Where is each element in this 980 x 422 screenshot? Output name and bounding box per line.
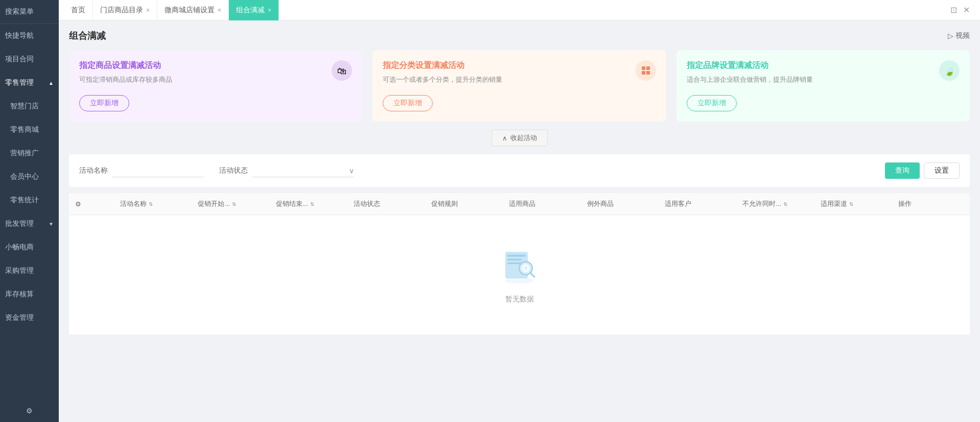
th-applicable-customer: 适用客户	[659, 199, 736, 208]
sidebar-item-purchase-mgmt[interactable]: 采购管理	[0, 259, 59, 283]
sidebar: 搜索菜单 快捷导航 项目合同 零售管理 ▲ 智慧门店 零售商城 营销推广 会员中…	[0, 0, 59, 422]
sidebar-item-label: 批发管理	[5, 219, 34, 228]
tab-home[interactable]: 首页	[64, 0, 93, 20]
empty-state: ? 暂无数据	[69, 215, 970, 335]
tab-wechat-shop-close[interactable]: ×	[218, 7, 221, 14]
gear-icon: ⚙	[26, 407, 33, 415]
category-card-add-btn[interactable]: 立即新增	[383, 95, 433, 111]
product-card-add-btn[interactable]: 立即新增	[79, 95, 129, 111]
category-activity-card: 指定分类设置满减活动 可选一个或者多个分类，提升分类的销量 立即新增	[372, 50, 666, 122]
chevron-up-icon: ▲	[49, 80, 54, 86]
svg-rect-5	[642, 71, 645, 75]
content-area: 组合满减 ▷ 视频 指定商品设置满减活动 可指定滞销商品或库存较多商品 🛍	[59, 20, 980, 422]
tab-store-catalog[interactable]: 门店商品目录 ×	[93, 0, 157, 20]
window-maximize-btn[interactable]: ⊡	[950, 5, 957, 15]
sidebar-item-xiao-chang[interactable]: 小畅电商	[0, 236, 59, 259]
filter-row: 活动名称 活动状态 ∨ 查询 设置	[69, 154, 970, 187]
sidebar-item-label: 零售商城	[10, 125, 39, 134]
th-activity-status: 活动状态	[347, 199, 425, 208]
product-card-icon: 🛍	[332, 60, 352, 84]
sidebar-item-wholesale-mgmt[interactable]: 批发管理 ▼	[0, 212, 59, 236]
category-card-title: 指定分类设置满减活动	[383, 60, 656, 71]
sidebar-item-smart-store[interactable]: 智慧门店	[0, 95, 59, 118]
th-gear[interactable]: ⚙	[69, 199, 114, 208]
sidebar-search[interactable]: 搜索菜单	[0, 0, 59, 24]
svg-rect-12	[507, 259, 522, 261]
sort-icon: ⇅	[849, 201, 853, 207]
sidebar-item-capital-mgmt[interactable]: 资金管理	[0, 306, 59, 330]
svg-text:🛍: 🛍	[337, 66, 346, 76]
sidebar-item-label: 快捷导航	[5, 31, 34, 40]
sort-icon: ⇅	[149, 201, 153, 207]
setting-button[interactable]: 设置	[924, 162, 960, 179]
sidebar-item-quick-nav[interactable]: 快捷导航	[0, 24, 59, 48]
empty-text: 暂无数据	[505, 295, 534, 304]
data-table: ⚙ 活动名称 ⇅ 促销开始... ⇅ 促销结束... ⇅ 活动状态	[69, 193, 970, 335]
sidebar-item-label: 营销推广	[10, 149, 39, 158]
collapse-bar: ∧ 收起活动	[69, 130, 970, 146]
th-exception-goods: 例外商品	[581, 199, 659, 208]
tab-combo-discount[interactable]: 组合满减 ×	[229, 0, 279, 20]
sidebar-item-label: 库存核算	[5, 290, 34, 299]
video-link-label: 视频	[955, 31, 970, 40]
activity-name-input[interactable]	[112, 165, 204, 177]
video-link[interactable]: ▷ 视频	[948, 31, 970, 40]
brand-activity-card: 指定品牌设置满减活动 适合与上游企业联合做营销，提升品牌销量 🍃 立即新增	[676, 50, 970, 122]
query-button[interactable]: 查询	[885, 162, 920, 179]
th-promo-start[interactable]: 促销开始... ⇅	[192, 199, 269, 208]
activity-status-select[interactable]: ∨	[252, 165, 354, 177]
sidebar-item-label: 智慧门店	[10, 102, 39, 111]
sidebar-item-retail-mgmt[interactable]: 零售管理 ▲	[0, 71, 59, 95]
collapse-label: 收起活动	[510, 133, 537, 143]
sidebar-item-project-contract[interactable]: 项目合同	[0, 48, 59, 71]
th-promo-end[interactable]: 促销结束... ⇅	[270, 199, 347, 208]
sidebar-item-retail-mall[interactable]: 零售商城	[0, 118, 59, 142]
sidebar-item-retail-stats[interactable]: 零售统计	[0, 189, 59, 212]
page-title: 组合满减	[69, 30, 106, 42]
sort-icon: ⇅	[310, 201, 314, 207]
collapse-activities-btn[interactable]: ∧ 收起活动	[492, 130, 548, 146]
chevron-down-icon: ▼	[49, 221, 54, 227]
tab-wechat-shop-label: 微商城店铺设置	[165, 6, 215, 15]
collapse-icon: ∧	[502, 134, 507, 142]
brand-card-desc: 适合与上游企业联合做营销，提升品牌销量	[687, 75, 960, 84]
category-card-desc: 可选一个或者多个分类，提升分类的销量	[383, 75, 656, 84]
svg-text:?: ?	[524, 266, 527, 271]
brand-card-title: 指定品牌设置满减活动	[687, 60, 960, 71]
th-activity-name[interactable]: 活动名称 ⇅	[114, 199, 192, 208]
window-close-btn[interactable]: ✕	[963, 5, 970, 15]
cards-row: 指定商品设置满减活动 可指定滞销商品或库存较多商品 🛍 立即新增 指定分类设置满…	[69, 50, 970, 122]
th-no-concurrent[interactable]: 不允许同时... ⇅	[736, 199, 814, 208]
sidebar-item-label: 小畅电商	[5, 243, 34, 252]
product-card-desc: 可指定滞销商品或库存较多商品	[79, 75, 352, 84]
filter-actions: 查询 设置	[885, 162, 960, 179]
svg-rect-4	[646, 66, 650, 70]
tab-wechat-shop[interactable]: 微商城店铺设置 ×	[157, 0, 229, 20]
sidebar-settings-btn[interactable]: ⚙	[0, 400, 59, 422]
chevron-down-icon: ∨	[349, 167, 354, 175]
window-controls: ⊡ ✕	[945, 5, 975, 15]
svg-line-16	[530, 273, 534, 277]
activity-status-filter: 活动状态 ∨	[219, 165, 354, 177]
svg-rect-6	[646, 71, 650, 75]
sidebar-item-label: 资金管理	[5, 313, 34, 322]
product-card-title: 指定商品设置满减活动	[79, 60, 352, 71]
page-header: 组合满减 ▷ 视频	[69, 30, 970, 42]
tab-combo-discount-close[interactable]: ×	[268, 7, 271, 14]
brand-card-add-btn[interactable]: 立即新增	[687, 95, 737, 111]
svg-rect-11	[507, 255, 526, 257]
gear-icon: ⚙	[75, 200, 81, 208]
sort-icon: ⇅	[232, 201, 236, 207]
tab-store-catalog-close[interactable]: ×	[146, 7, 150, 14]
th-applicable-channel[interactable]: 适用渠道 ⇅	[814, 199, 892, 208]
svg-text:🍃: 🍃	[944, 65, 955, 77]
sidebar-item-marketing[interactable]: 营销推广	[0, 142, 59, 165]
svg-rect-3	[642, 66, 645, 70]
sidebar-item-label: 会员中心	[10, 172, 39, 181]
sidebar-item-label: 采购管理	[5, 266, 34, 275]
th-applicable-goods: 适用商品	[503, 199, 580, 208]
sidebar-item-member-center[interactable]: 会员中心	[0, 165, 59, 189]
tab-home-label: 首页	[71, 6, 85, 15]
sidebar-item-inventory[interactable]: 库存核算	[0, 283, 59, 306]
brand-card-icon: 🍃	[939, 60, 960, 84]
